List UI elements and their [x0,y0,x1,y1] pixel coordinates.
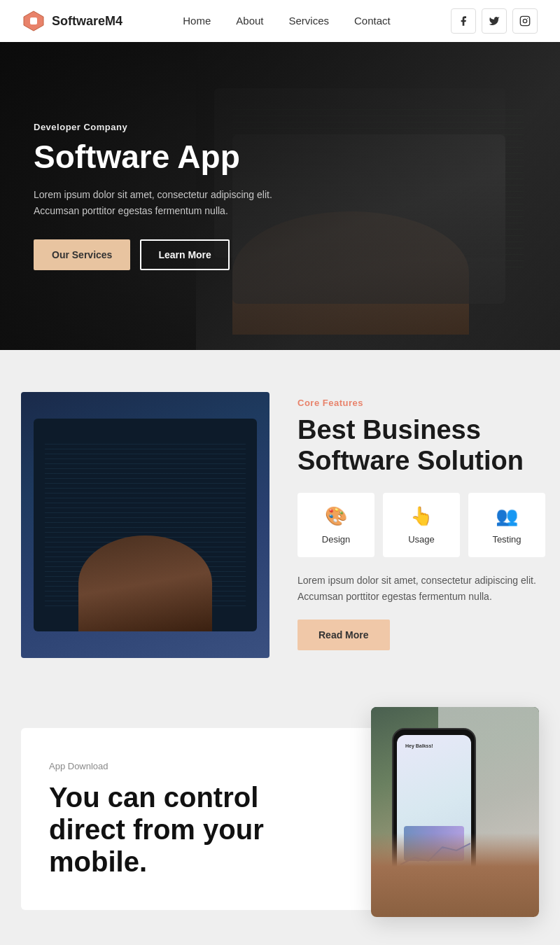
nav-contact[interactable]: Contact [354,15,391,27]
facebook-button[interactable] [451,8,476,34]
nav-links: Home About Services Contact [183,15,390,27]
nav-home[interactable]: Home [183,15,211,27]
app-card: App Download You can controldirect from … [21,728,539,910]
feature-card-usage: 👆 Usage [383,493,460,557]
app-section: App Download You can controldirect from … [0,700,560,945]
nav-services[interactable]: Services [289,15,330,27]
navbar: SoftwareM4 Home About Services Contact [0,0,560,42]
feature-cards: 🎨 Design 👆 Usage 👥 Testing [298,493,545,557]
features-content: Core Features Best BusinessSoftware Solu… [298,392,545,650]
instagram-button[interactable] [512,8,538,34]
features-image [21,392,270,658]
feature-card-design: 🎨 Design [298,493,374,557]
brand-name: SoftwareM4 [52,14,122,29]
testing-label: Testing [492,534,521,545]
twitter-icon [489,15,500,27]
hero-title: Software App [34,139,316,175]
hero-section: Developer Company Software App Lorem ips… [0,42,560,350]
design-label: Design [322,534,350,545]
svg-rect-2 [520,16,529,25]
our-services-button[interactable]: Our Services [34,239,130,270]
read-more-button[interactable]: Read More [298,620,390,650]
svg-rect-1 [30,18,37,24]
design-icon: 🎨 [325,505,347,527]
twitter-button[interactable] [482,8,507,34]
hero-subtitle: Developer Company [34,122,316,132]
app-title: You can controldirect from yourmobile. [49,781,329,878]
usage-icon: 👆 [410,505,433,527]
usage-label: Usage [408,534,435,545]
facebook-icon [458,15,469,27]
nav-about[interactable]: About [236,15,263,27]
testing-icon: 👥 [496,505,518,527]
hero-content: Developer Company Software App Lorem ips… [0,122,350,270]
monitor-simulation [34,419,258,631]
svg-point-4 [527,18,528,19]
feature-card-testing: 👥 Testing [468,493,545,557]
brand-icon [22,10,45,32]
app-content: App Download You can controldirect from … [21,728,357,910]
features-description: Lorem ipsum dolor sit amet, consectetur … [298,573,545,604]
social-links [451,8,538,34]
hero-buttons: Our Services Learn More [34,239,316,270]
features-label: Core Features [298,398,545,408]
hero-description: Lorem ipsum dolor sit amet, consectetur … [34,187,316,218]
app-label: App Download [49,761,329,771]
features-image-inner [21,392,270,658]
learn-more-button[interactable]: Learn More [140,239,229,270]
features-title: Best BusinessSoftware Solution [298,415,545,476]
brand: SoftwareM4 [22,10,122,32]
app-image [371,707,539,917]
features-section: Core Features Best BusinessSoftware Solu… [0,350,560,700]
app-image-wrapper [357,728,539,910]
instagram-icon [519,15,531,27]
svg-point-3 [523,19,526,22]
